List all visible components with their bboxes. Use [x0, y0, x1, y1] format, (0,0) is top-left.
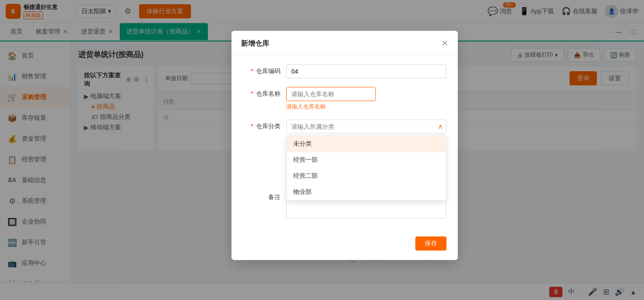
chevron-up-icon[interactable]: ∧ — [438, 123, 443, 130]
name-row-inner: * 仓库名称 — [243, 87, 376, 101]
category-label: * 仓库分类 — [243, 119, 281, 133]
form-row-category: * 仓库分类 ∧ 未分类 经营一部 经营二部 物业部 — [243, 119, 446, 133]
name-label: * 仓库名称 — [243, 87, 281, 101]
remark-label: 备注 — [243, 190, 281, 204]
warehouse-name-input[interactable] — [286, 87, 376, 101]
dropdown-item-dept3[interactable]: 物业部 — [287, 184, 446, 200]
new-warehouse-modal: 新增仓库 ✕ * 仓库编码 * 仓库名称 请输入仓库名称 — [231, 31, 458, 260]
modal-footer: 保存 — [231, 232, 458, 250]
modal-body: * 仓库编码 * 仓库名称 请输入仓库名称 * 仓库分类 — [231, 55, 458, 232]
category-dropdown: ∧ 未分类 经营一部 经营二部 物业部 — [286, 119, 446, 133]
save-button[interactable]: 保存 — [415, 236, 446, 250]
category-dropdown-list: 未分类 经营一部 经营二部 物业部 — [286, 135, 446, 200]
dropdown-item-dept1[interactable]: 经营一部 — [287, 152, 446, 168]
modal-title: 新增仓库 — [241, 39, 269, 48]
category-input[interactable] — [286, 119, 446, 133]
name-error-msg: 请输入仓库名称 — [286, 103, 326, 111]
dropdown-item-uncategorized[interactable]: 未分类 — [287, 136, 446, 152]
code-label: * 仓库编码 — [243, 64, 281, 78]
dropdown-item-dept2[interactable]: 经营二部 — [287, 168, 446, 184]
warehouse-code-input[interactable] — [286, 64, 446, 78]
modal-header: 新增仓库 ✕ — [231, 31, 458, 55]
form-row-code: * 仓库编码 — [243, 64, 446, 78]
modal-close-btn[interactable]: ✕ — [441, 38, 448, 49]
form-row-name: * 仓库名称 请输入仓库名称 — [243, 87, 446, 111]
